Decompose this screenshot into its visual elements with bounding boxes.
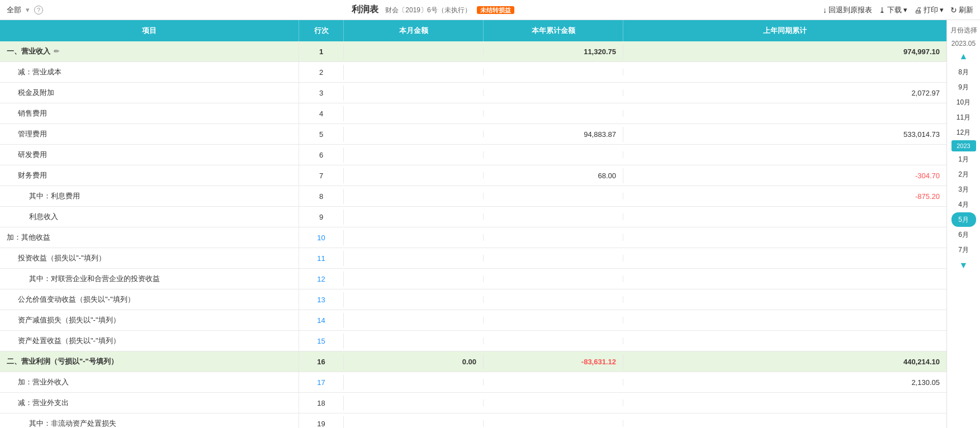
cell-row-number: 3 [299,85,344,101]
item-label: 加：营业外收入 [18,377,69,387]
cell-row-number: 15 [299,334,344,349]
cell-year-amount [484,337,623,344]
item-label: 研发费用 [18,150,47,160]
table-row: 税金及附加 3 2,072.97 [0,83,946,103]
sidebar-month-item[interactable]: 10月 [951,95,976,110]
back-button[interactable]: ↓ 回退到原报表 [823,5,872,15]
cell-item-label: 其中：利息费用 [0,186,299,206]
back-icon: ↓ [823,6,827,15]
table-row: 二、营业利润（亏损以"-"号填列） 16 0.00 -83,631.12 440… [0,351,946,372]
cell-lastyear-amount: 533,014.73 [623,127,946,142]
toolbar: ↓ 回退到原报表 ⤓ 下载 ▾ 🖨 打印 ▾ ↻ 刷新 [823,5,973,15]
cell-year-amount [484,193,623,199]
table-row: 管理费用 5 94,883.87 533,014.73 [0,124,946,145]
cell-row-number: 4 [299,106,344,121]
top-bar: 全部 ▾ ? 利润表 财会〔2019〕6号（未执行） 未结转损益 ↓ 回退到原报… [0,0,980,20]
cell-month-amount [344,317,484,324]
item-label: 一、营业收入 [7,46,50,56]
print-button[interactable]: 🖨 打印 ▾ [914,5,944,15]
table-row: 加：营业外收入 17 2,130.05 [0,372,946,393]
cell-month-amount [344,48,484,55]
sidebar-month-item[interactable]: 11月 [951,110,976,125]
item-label: 公允价值变动收益（损失以"-"填列） [18,294,135,305]
cell-lastyear-amount [623,255,946,261]
cell-lastyear-amount [623,151,946,158]
cell-month-amount [344,151,484,158]
help-icon[interactable]: ? [34,6,43,15]
cell-lastyear-amount [623,213,946,220]
item-label: 管理费用 [18,129,47,139]
cell-month-amount [344,420,484,427]
breadcrumb[interactable]: 全部 [7,5,21,15]
edit-icon[interactable]: ✏ [54,47,59,55]
cell-row-number: 7 [299,168,344,183]
cell-item-label: 减：营业外支出 [0,393,299,413]
sidebar-month-item[interactable]: 2月 [951,167,976,182]
item-label: 其中：非流动资产处置损失 [29,419,116,428]
table-row: 财务费用 7 68.00 -304.70 [0,165,946,186]
sidebar-month-item[interactable]: 6月 [951,227,976,242]
sidebar-up-arrow[interactable]: ▲ [957,50,970,63]
table-row: 资产处置收益（损失以"-"填列） 15 [0,331,946,351]
sidebar-month-item[interactable]: 4月 [951,197,976,212]
cell-year-amount [484,296,623,303]
cell-lastyear-amount: 974,997.10 [623,44,946,59]
sidebar-year-item[interactable]: 2023 [951,140,976,151]
breadcrumb-arrow: ▾ [26,6,30,14]
cell-row-number: 19 [299,416,344,429]
item-label: 减：营业外支出 [18,398,69,408]
sidebar-month-item[interactable]: 12月 [951,125,976,140]
cell-month-amount [344,213,484,220]
cell-item-label: 一、营业收入 ✏ [0,41,299,61]
sidebar-month-item[interactable]: 7月 [951,242,976,257]
cell-lastyear-amount [623,69,946,75]
status-badge: 未结转损益 [477,6,514,14]
table-row: 研发费用 6 [0,145,946,165]
sidebar-month-item[interactable]: 9月 [951,80,976,94]
table-row: 其中：利息费用 8 -875.20 [0,186,946,207]
sidebar-title: 月份选择 [948,22,979,39]
col-header-lastyear: 上年同期累计 [623,20,946,41]
sidebar-month-item[interactable]: 8月 [951,65,976,79]
item-label: 投资收益（损失以"-"填列） [18,253,106,263]
cell-year-amount: 11,320.75 [484,44,623,59]
item-label: 利息收入 [29,212,58,222]
cell-row-number: 12 [299,272,344,287]
cell-item-label: 二、营业利润（亏损以"-"号填列） [0,351,299,372]
cell-item-label: 销售费用 [0,103,299,123]
cell-year-amount: 68.00 [484,168,623,183]
cell-lastyear-amount [623,234,946,241]
cell-month-amount [344,400,484,406]
cell-lastyear-amount: 2,130.05 [623,375,946,390]
item-label: 其中：对联营企业和合营企业的投资收益 [29,274,160,284]
content-area: 项目 行次 本月金额 本年累计金额 上年同期累计 一、营业收入 ✏ 1 11,3… [0,20,980,428]
sidebar-month-item[interactable]: 3月 [951,182,976,197]
refresh-label: 刷新 [959,5,973,15]
cell-lastyear-amount: -875.20 [623,189,946,204]
cell-month-amount: 0.00 [344,354,484,369]
table-row: 其中：非流动资产处置损失 19 [0,413,946,428]
download-button[interactable]: ⤓ 下载 ▾ [879,5,907,15]
cell-year-amount [484,110,623,117]
download-arrow-icon: ▾ [903,6,907,14]
cell-row-number: 11 [299,251,344,266]
download-label: 下载 [887,5,902,15]
col-header-year: 本年累计金额 [484,20,623,41]
cell-month-amount [344,193,484,199]
item-label: 二、营业利润（亏损以"-"号填列） [7,356,118,367]
sidebar-month-item[interactable]: 1月 [951,152,976,167]
cell-item-label: 其中：对联营企业和合营企业的投资收益 [0,269,299,289]
cell-row-number: 5 [299,127,344,142]
refresh-button[interactable]: ↻ 刷新 [950,5,973,15]
cell-item-label: 公允价值变动收益（损失以"-"填列） [0,289,299,310]
sidebar-down-arrow[interactable]: ▼ [957,259,970,272]
table-row: 减：营业外支出 18 [0,393,946,413]
cell-row-number: 13 [299,292,344,307]
page-title: 利润表 [352,4,378,14]
cell-month-amount [344,296,484,303]
cell-month-amount [344,89,484,96]
sidebar-month-item[interactable]: 5月 [951,212,976,227]
cell-month-amount [344,337,484,344]
cell-month-amount [344,69,484,75]
cell-year-amount [484,420,623,427]
